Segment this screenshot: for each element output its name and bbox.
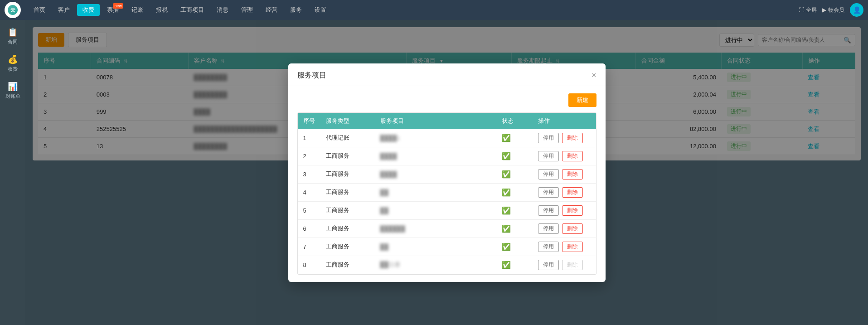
nav-account[interactable]: 记账: [126, 4, 149, 16]
modal-cell-action: 停用 删除: [533, 147, 596, 165]
modal-col-project: 服务项目: [375, 113, 496, 129]
modal-cell-status: ✅: [496, 238, 533, 256]
list-item: 8 工商服务 ██注册 ✅ 停用 删除: [298, 256, 596, 274]
modal-cell-status: ✅: [496, 129, 533, 147]
stop-button[interactable]: 停用: [538, 187, 559, 198]
modal-cell-seq: 5: [298, 201, 320, 219]
list-item: 6 工商服务 ██████ ✅ 停用 删除: [298, 219, 596, 238]
modal-cell-seq: 8: [298, 256, 320, 274]
modal-cell-type: 代理记账: [320, 129, 375, 147]
modal-cell-seq: 2: [298, 147, 320, 165]
nav-customer[interactable]: 客户: [53, 4, 75, 16]
modal-cell-type: 工商服务: [320, 147, 375, 165]
delete-button[interactable]: 删除: [562, 242, 583, 252]
modal-cell-project: ████1: [375, 129, 496, 147]
modal-cell-action: 停用 删除: [533, 219, 596, 238]
modal-col-type: 服务类型: [320, 113, 375, 129]
fullscreen-icon: ⛶: [799, 7, 804, 13]
modal-cell-project: ██: [375, 201, 496, 219]
delete-button: 删除: [562, 260, 583, 270]
new-service-button[interactable]: 新建: [568, 93, 596, 107]
modal-cell-status: ✅: [496, 201, 533, 219]
delete-button[interactable]: 删除: [562, 205, 583, 216]
modal-close-button[interactable]: ×: [592, 71, 596, 79]
stop-button[interactable]: 停用: [538, 223, 559, 234]
modal-cell-type: 工商服务: [320, 183, 375, 201]
modal-cell-action: 停用 删除: [533, 129, 596, 147]
modal-cell-action: 停用 删除: [533, 238, 596, 256]
modal-cell-action: 停用 删除: [533, 165, 596, 183]
modal-title: 服务项目: [297, 71, 326, 80]
modal-cell-type: 工商服务: [320, 256, 375, 274]
nav-tax[interactable]: 报税: [150, 4, 173, 16]
list-item: 3 工商服务 ████ ✅ 停用 删除: [298, 165, 596, 183]
modal-cell-project: ██████: [375, 219, 496, 238]
revenue-icon: 💰: [8, 54, 18, 64]
modal-cell-action: 停用 删除: [533, 256, 596, 274]
nav-revenue[interactable]: 收费: [77, 4, 100, 16]
stop-button[interactable]: 停用: [538, 133, 559, 143]
invoice-badge: new: [113, 3, 123, 9]
modal-cell-project: ██: [375, 183, 496, 201]
stop-button[interactable]: 停用: [538, 260, 559, 270]
status-check-icon: ✅: [502, 261, 511, 269]
modal-cell-type: 工商服务: [320, 238, 375, 256]
sidebar-item-contract[interactable]: 📋 合同: [2, 24, 24, 49]
modal-cell-seq: 4: [298, 183, 320, 201]
modal-cell-status: ✅: [496, 256, 533, 274]
member-button[interactable]: ▶ 畅会员: [822, 6, 844, 14]
avatar[interactable]: 👤: [850, 3, 863, 17]
modal-cell-status: ✅: [496, 183, 533, 201]
modal-toolbar: 新建: [297, 93, 596, 107]
modal-cell-status: ✅: [496, 219, 533, 238]
status-check-icon: ✅: [502, 189, 511, 196]
delete-button[interactable]: 删除: [562, 133, 583, 143]
nav-finance[interactable]: 经营: [260, 4, 283, 16]
nav-service[interactable]: 服务: [285, 4, 307, 16]
modal-cell-action: 停用 删除: [533, 201, 596, 219]
list-item: 2 工商服务 ████ ✅ 停用 删除: [298, 147, 596, 165]
contract-icon: 📋: [8, 27, 18, 37]
nav-settings[interactable]: 设置: [309, 4, 332, 16]
modal-overlay[interactable]: 服务项目 × 新建 序号 服务类型 服务项目 状态 操作: [25, 20, 868, 325]
modal-cell-project: ████: [375, 147, 496, 165]
modal-cell-seq: 7: [298, 238, 320, 256]
delete-button[interactable]: 删除: [562, 151, 583, 161]
modal-cell-type: 工商服务: [320, 219, 375, 238]
delete-button[interactable]: 删除: [562, 223, 583, 234]
member-icon: ▶: [822, 7, 826, 13]
nav-right: ⛶ 全屏 ▶ 畅会员 👤: [799, 3, 863, 17]
reconcile-icon: 📊: [8, 82, 18, 92]
stop-button[interactable]: 停用: [538, 151, 559, 161]
status-check-icon: ✅: [502, 243, 511, 251]
delete-button[interactable]: 删除: [562, 169, 583, 179]
list-item: 5 工商服务 ██ ✅ 停用 删除: [298, 201, 596, 219]
sidebar-item-revenue[interactable]: 💰 收费: [2, 51, 24, 76]
modal-cell-project: ██注册: [375, 256, 496, 274]
modal-cell-status: ✅: [496, 147, 533, 165]
nav-message[interactable]: 消息: [211, 4, 234, 16]
nav-invoice[interactable]: 票据 new: [102, 4, 124, 16]
modal-col-seq: 序号: [298, 113, 320, 129]
modal-cell-seq: 6: [298, 219, 320, 238]
modal-cell-action: 停用 删除: [533, 183, 596, 201]
modal-body: 新建 序号 服务类型 服务项目 状态 操作 1 代理记账: [288, 86, 606, 282]
stop-button[interactable]: 停用: [538, 242, 559, 252]
modal-cell-seq: 3: [298, 165, 320, 183]
delete-button[interactable]: 删除: [562, 187, 583, 198]
stop-button[interactable]: 停用: [538, 169, 559, 179]
modal-cell-type: 工商服务: [320, 165, 375, 183]
nav-bizproject[interactable]: 工商项目: [175, 4, 209, 16]
modal-cell-seq: 1: [298, 129, 320, 147]
list-item: 7 工商服务 ██ ✅ 停用 删除: [298, 238, 596, 256]
stop-button[interactable]: 停用: [538, 205, 559, 216]
logo[interactable]: 云: [5, 2, 21, 18]
modal-col-status: 状态: [496, 113, 533, 129]
service-modal: 服务项目 × 新建 序号 服务类型 服务项目 状态 操作: [288, 63, 606, 282]
list-item: 4 工商服务 ██ ✅ 停用 删除: [298, 183, 596, 201]
fullscreen-button[interactable]: ⛶ 全屏: [799, 6, 817, 14]
modal-cell-type: 工商服务: [320, 201, 375, 219]
nav-home[interactable]: 首页: [28, 4, 51, 16]
sidebar-item-reconcile[interactable]: 📊 对账单: [2, 78, 24, 103]
nav-manage[interactable]: 管理: [236, 4, 258, 16]
